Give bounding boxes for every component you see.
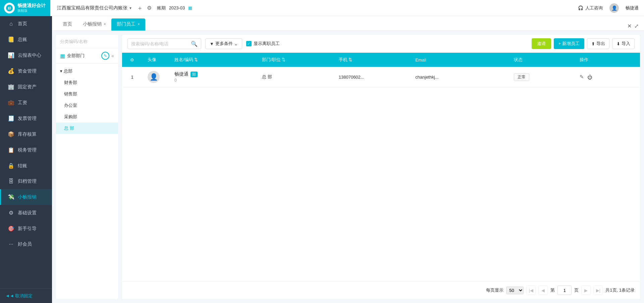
app-subtitle: 旗舰版 <box>17 8 46 13</box>
page-prev-button[interactable]: ◀ <box>538 286 548 295</box>
right-panel: 🔍 ▼ 更多条件 ⌄ ✓ 显示离职员工 邀请 <box>122 35 640 299</box>
dept-panel: 🔍 ▦ 全部部门 ✎ « ▾ 总部 财务部 <box>56 35 118 299</box>
sidebar-item-xiaochange[interactable]: 💸 小畅报销 <box>0 189 52 205</box>
invoice-icon: 🧾 <box>8 115 14 122</box>
sidebar-label-funds: 资金管理 <box>18 68 37 74</box>
sidebar-item-home[interactable]: ⌂ 首页 <box>0 16 52 32</box>
row-status: 正常 <box>508 67 574 87</box>
tab-home[interactable]: 首页 <box>57 18 77 31</box>
sidebar-label-assets: 固定资产 <box>18 84 37 90</box>
invite-button[interactable]: 邀请 <box>532 38 551 49</box>
dept-edit-button[interactable]: ✎ <box>101 52 109 60</box>
dept-node-finance[interactable]: 财务部 <box>56 77 118 88</box>
tab-xiaochange-label: 小畅报销 <box>83 21 102 27</box>
sidebar-label-invoice: 发票管理 <box>18 116 37 122</box>
table-header: ⚙ 头像 姓名/编码 ⇅ 部门/职位 ⇅ <box>122 53 640 67</box>
row-actions: ✎ ⏻ <box>574 67 640 87</box>
settings-icon[interactable]: ⚙ <box>147 5 152 11</box>
sidebar-item-baseset[interactable]: ⚙ 基础设置 <box>0 205 52 221</box>
search-icon[interactable]: 🔍 <box>191 41 198 47</box>
sidebar: ⌂ 首页 📒 总账 📊 云报表中心 💰 资金管理 🏢 固定资产 💼 工资 🧾 发… <box>0 16 52 303</box>
show-resigned-label: 显示离职员工 <box>254 41 280 47</box>
per-page-select[interactable]: 50 10 20 100 <box>506 287 524 294</box>
page-next-button[interactable]: ▶ <box>581 286 591 295</box>
pagination: 每页显示 50 10 20 100 |◀ ◀ 第 页 ▶ ▶| 共1页, 1条记… <box>122 281 640 299</box>
tab-deptstaff-close[interactable]: × <box>138 22 140 27</box>
col-email: Email <box>410 53 508 67</box>
page-label: 第 <box>550 287 555 293</box>
dept-all-departments[interactable]: ▦ 全部部门 ✎ « <box>56 48 118 63</box>
total-info: 共1页, 1条记录 <box>605 287 635 293</box>
export-button[interactable]: ⬆ 导出 <box>587 38 609 49</box>
col-avatar: 头像 <box>142 53 169 67</box>
tab-close-button[interactable]: ✕ <box>627 23 632 29</box>
tab-home-label: 首页 <box>63 21 72 27</box>
username[interactable]: 畅捷通 <box>626 5 639 11</box>
page-last-button[interactable]: ▶| <box>593 286 603 295</box>
tab-maximize-button[interactable]: ⤢ <box>634 23 639 29</box>
filter-button[interactable]: ▼ 更多条件 ⌄ <box>205 38 242 49</box>
dept-node-sales[interactable]: 销售部 <box>56 88 118 100</box>
company-name: 江西服宝精品有限责任公司内账张 <box>57 5 127 11</box>
tab-xiaochange-close[interactable]: × <box>104 22 106 27</box>
company-selector[interactable]: 江西服宝精品有限责任公司内账张 ▾ <box>57 5 131 11</box>
inventory-icon: 📦 <box>8 131 14 137</box>
cancel-fixed-label: ◄◄ 取消固定 <box>5 293 33 299</box>
sidebar-item-assets[interactable]: 🏢 固定资产 <box>0 79 52 95</box>
company-dropdown-icon: ▾ <box>129 6 131 10</box>
funds-icon: 💰 <box>8 68 14 74</box>
sidebar-label-home: 首页 <box>18 21 27 27</box>
dept-search-input[interactable] <box>60 39 116 44</box>
sidebar-item-funds[interactable]: 💰 资金管理 <box>0 63 52 79</box>
sidebar-item-salary[interactable]: 💼 工资 <box>0 95 52 111</box>
add-employee-button[interactable]: + 新增员工 <box>554 38 584 49</box>
employee-search-input[interactable] <box>131 41 189 46</box>
assets-icon: 🏢 <box>8 84 14 90</box>
sidebar-item-invoice[interactable]: 🧾 发票管理 <box>0 111 52 126</box>
sidebar-item-ledger[interactable]: 📒 总账 <box>0 32 52 47</box>
page-first-button[interactable]: |◀ <box>526 286 536 295</box>
add-icon[interactable]: ＋ <box>137 4 143 12</box>
row-email: chanjethkj... <box>410 67 508 87</box>
sidebar-item-more[interactable]: ··· 好会员 <box>0 236 52 252</box>
sidebar-item-archive[interactable]: 🗄 归档管理 <box>0 174 52 189</box>
page-input[interactable] <box>557 286 572 295</box>
sidebar-label-salary: 工资 <box>18 100 27 106</box>
import-icon: ⬇ <box>616 41 620 46</box>
dept-node-purchase[interactable]: 采购部 <box>56 111 118 123</box>
sidebar-item-closing[interactable]: 🔒 结账 <box>0 158 52 174</box>
cancel-fixed-button[interactable]: ◄◄ 取消固定 <box>0 289 52 303</box>
sidebar-item-guide[interactable]: 🎯 新手引导 <box>0 221 52 236</box>
sidebar-item-inventory[interactable]: 📦 库存核算 <box>0 126 52 142</box>
tab-xiaochange[interactable]: 小畅报销 × <box>77 18 111 31</box>
dept-search-area: 🔍 <box>56 35 118 48</box>
sidebar-item-tax[interactable]: 📋 税务管理 <box>0 142 52 158</box>
dept-node-office[interactable]: 办公室 <box>56 100 118 111</box>
sidebar-label-tax: 税务管理 <box>18 147 37 153</box>
dept-node-hq[interactable]: 总 部 <box>56 123 118 134</box>
employee-search-box: 🔍 <box>127 38 201 49</box>
grid-icon: ▦ <box>60 53 65 59</box>
sidebar-label-archive: 归档管理 <box>18 178 37 184</box>
closing-icon: 🔒 <box>8 163 14 169</box>
tab-bar: 首页 小畅报销 × 部门员工 × ✕ ⤢ <box>52 16 644 31</box>
sidebar-label-xiaochange: 小畅报销 <box>18 194 37 200</box>
show-resigned-checkbox[interactable]: ✓ 显示离职员工 <box>246 41 280 47</box>
col-settings[interactable]: ⚙ <box>122 53 142 67</box>
import-button[interactable]: ⬇ 导入 <box>612 38 635 49</box>
dept-collapse-icon[interactable]: « <box>111 53 114 58</box>
logout-icon[interactable]: ⏻ <box>587 74 592 80</box>
service-button[interactable]: 🎧 人工咨询 <box>578 5 603 11</box>
sidebar-label-ledger: 总账 <box>18 37 27 43</box>
sidebar-item-reports[interactable]: 📊 云报表中心 <box>0 47 52 63</box>
col-dept-position[interactable]: 部门/职位 ⇅ <box>257 53 333 67</box>
tab-deptstaff[interactable]: 部门员工 × <box>111 18 145 31</box>
calendar-icon[interactable]: ▦ <box>188 5 192 10</box>
edit-icon[interactable]: ✎ <box>580 74 584 80</box>
col-phone[interactable]: 手机 ⇅ <box>333 53 410 67</box>
employee-table-container: ⚙ 头像 姓名/编码 ⇅ 部门/职位 ⇅ <box>122 53 640 281</box>
checkbox-icon: ✓ <box>246 41 252 46</box>
avatar: 👤 <box>609 3 619 13</box>
dept-node-general[interactable]: ▾ 总部 <box>56 66 118 77</box>
col-name-code[interactable]: 姓名/编码 ⇅ <box>169 53 257 67</box>
